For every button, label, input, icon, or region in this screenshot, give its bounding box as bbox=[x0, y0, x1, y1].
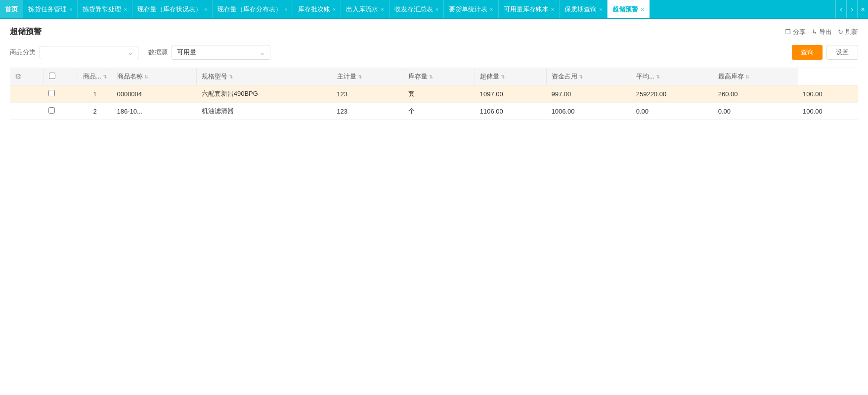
nav-prev-button[interactable]: ‹ bbox=[835, 0, 846, 19]
datasource-filter-group: 数据源 可用量 ⌄ bbox=[148, 45, 270, 60]
nav-home-label: 首页 bbox=[5, 5, 18, 14]
datasource-select[interactable]: 可用量 ⌄ bbox=[172, 45, 270, 60]
nav-home[interactable]: 首页 bbox=[0, 0, 23, 18]
category-filter-label: 商品分类 bbox=[10, 48, 36, 57]
max_stock-cell-0: 100.00 bbox=[798, 85, 858, 103]
nav-arrows: ‹ › × bbox=[835, 0, 868, 19]
export-icon: ↳ bbox=[812, 28, 817, 36]
category-select-arrow: ⌄ bbox=[128, 49, 133, 56]
nav-tab-close-10[interactable]: × bbox=[641, 6, 644, 12]
nav-tab-close-6[interactable]: × bbox=[435, 6, 438, 12]
sort-icon-capital: ⇅ bbox=[579, 74, 583, 79]
row-number-0: 1 bbox=[78, 85, 112, 103]
nav-tab-close-1[interactable]: × bbox=[124, 6, 127, 12]
overstock-cell-0: 997.00 bbox=[546, 85, 631, 103]
top-nav: 首页 拣货任务管理×拣货异常处理×现存量（库存状况表）×现存量（库存分布表）×库… bbox=[0, 0, 868, 19]
capital-cell-1: 0.00 bbox=[631, 103, 713, 120]
export-button[interactable]: ↳ 导出 bbox=[812, 28, 832, 37]
nav-tab-1[interactable]: 拣货异常处理× bbox=[78, 0, 132, 18]
sort-icon-avg: ⇅ bbox=[656, 74, 660, 79]
nav-tab-close-4[interactable]: × bbox=[333, 6, 336, 12]
header-actions: ❐ 分享 ↳ 导出 ↻ 刷新 bbox=[785, 28, 858, 37]
share-button[interactable]: ❐ 分享 bbox=[785, 28, 806, 37]
sort-icon-stock: ⇅ bbox=[429, 74, 433, 79]
category-select[interactable]: ⌄ bbox=[40, 46, 138, 59]
product_name-cell-0: 六配套新昌490BPG bbox=[197, 85, 332, 103]
avg-cell-1: 0.00 bbox=[713, 103, 798, 120]
col-header-max_stock[interactable]: 最高库存⇅ bbox=[713, 68, 798, 85]
query-button[interactable]: 查询 bbox=[792, 45, 823, 60]
page-content: 超储预警 ❐ 分享 ↳ 导出 ↻ 刷新 商品分类 ⌄ 数据源 bbox=[0, 19, 868, 395]
col-header-product_code[interactable]: 商品...⇅ bbox=[78, 68, 112, 85]
page-title: 超储预警 bbox=[10, 27, 42, 37]
col-header-stock[interactable]: 库存量⇅ bbox=[403, 68, 475, 85]
nav-tab-4[interactable]: 库存批次账× bbox=[293, 0, 341, 18]
spec-cell-1: 123 bbox=[332, 103, 403, 120]
nav-tab-2[interactable]: 现存量（库存状况表）× bbox=[132, 0, 213, 18]
page-header: 超储预警 ❐ 分享 ↳ 导出 ↻ 刷新 bbox=[10, 27, 858, 37]
capital-cell-0: 259220.00 bbox=[631, 85, 713, 103]
table-row: 2186-10...机油滤清器123个1106.001006.000.000.0… bbox=[10, 103, 858, 120]
nav-tab-9[interactable]: 保质期查询× bbox=[560, 0, 608, 18]
col-header-overstock[interactable]: 超储量⇅ bbox=[475, 68, 547, 85]
nav-tab-0[interactable]: 拣货任务管理× bbox=[23, 0, 78, 18]
col-header-avg[interactable]: 平均...⇅ bbox=[631, 68, 713, 85]
refresh-icon: ↻ bbox=[838, 28, 843, 36]
nav-close-button[interactable]: × bbox=[857, 0, 868, 19]
row-number-1: 2 bbox=[78, 103, 112, 120]
stock-cell-1: 1106.00 bbox=[475, 103, 547, 120]
datasource-filter-label: 数据源 bbox=[148, 48, 168, 57]
sort-icon-product_code: ⇅ bbox=[103, 74, 107, 79]
export-label: 导出 bbox=[819, 28, 832, 37]
share-label: 分享 bbox=[793, 28, 806, 37]
nav-tab-close-9[interactable]: × bbox=[599, 6, 602, 12]
row-checkbox-0[interactable] bbox=[48, 90, 55, 96]
sort-icon-overstock: ⇅ bbox=[501, 74, 505, 79]
settings-button[interactable]: 设置 bbox=[826, 45, 858, 60]
spec-cell-0: 123 bbox=[332, 85, 403, 103]
data-table: ⚙商品...⇅商品名称⇅规格型号⇅主计量⇅库存量⇅超储量⇅资金占用⇅平均...⇅… bbox=[10, 68, 858, 120]
nav-next-button[interactable]: › bbox=[846, 0, 857, 19]
col-header-capital[interactable]: 资金占用⇅ bbox=[546, 68, 631, 85]
nav-tab-10[interactable]: 超储预警× bbox=[608, 0, 649, 18]
col-header-product_name[interactable]: 商品名称⇅ bbox=[112, 68, 196, 85]
nav-tab-close-8[interactable]: × bbox=[551, 6, 554, 12]
col-header-unit[interactable]: 主计量⇅ bbox=[332, 68, 403, 85]
refresh-button[interactable]: ↻ 刷新 bbox=[838, 28, 858, 37]
datasource-select-value: 可用量 bbox=[177, 48, 196, 57]
nav-tab-close-2[interactable]: × bbox=[204, 6, 207, 12]
col-header-spec[interactable]: 规格型号⇅ bbox=[197, 68, 332, 85]
row-checkbox-1[interactable] bbox=[48, 107, 55, 114]
table-row: 10000004六配套新昌490BPG123套1097.00997.002592… bbox=[10, 85, 858, 103]
sort-icon-product_name: ⇅ bbox=[144, 74, 148, 79]
nav-tab-5[interactable]: 出入库流水× bbox=[341, 0, 389, 18]
sort-icon-max_stock: ⇅ bbox=[745, 74, 749, 79]
nav-tab-close-5[interactable]: × bbox=[381, 6, 384, 12]
refresh-label: 刷新 bbox=[845, 28, 858, 37]
nav-tab-7[interactable]: 要货单统计表× bbox=[444, 0, 498, 18]
nav-tab-3[interactable]: 现存量（库存分布表）× bbox=[213, 0, 293, 18]
select-all-checkbox[interactable] bbox=[49, 73, 55, 79]
nav-tab-close-0[interactable]: × bbox=[69, 6, 72, 12]
avg-cell-0: 260.00 bbox=[713, 85, 798, 103]
unit-cell-0: 套 bbox=[403, 85, 475, 103]
nav-tab-close-7[interactable]: × bbox=[490, 6, 493, 12]
nav-tab-6[interactable]: 收发存汇总表× bbox=[390, 0, 444, 18]
datasource-select-arrow: ⌄ bbox=[260, 49, 265, 56]
share-icon: ❐ bbox=[785, 28, 791, 36]
stock-cell-0: 1097.00 bbox=[475, 85, 547, 103]
gear-icon[interactable]: ⚙ bbox=[15, 72, 21, 80]
overstock-cell-1: 1006.00 bbox=[546, 103, 631, 120]
unit-cell-1: 个 bbox=[403, 103, 475, 120]
product_name-cell-1: 机油滤清器 bbox=[197, 103, 332, 120]
col-header-settings: ⚙ bbox=[10, 68, 43, 85]
nav-tab-close-3[interactable]: × bbox=[284, 6, 287, 12]
nav-tab-8[interactable]: 可用量库存账本× bbox=[499, 0, 560, 18]
filter-actions: 查询 设置 bbox=[792, 45, 858, 60]
sort-icon-unit: ⇅ bbox=[358, 74, 362, 79]
product_code-cell-1: 186-10... bbox=[112, 103, 196, 120]
filter-row: 商品分类 ⌄ 数据源 可用量 ⌄ 查询 设置 bbox=[10, 45, 858, 60]
col-header-checkbox[interactable] bbox=[43, 68, 78, 85]
max_stock-cell-1: 100.00 bbox=[798, 103, 858, 120]
sort-icon-spec: ⇅ bbox=[229, 74, 233, 79]
